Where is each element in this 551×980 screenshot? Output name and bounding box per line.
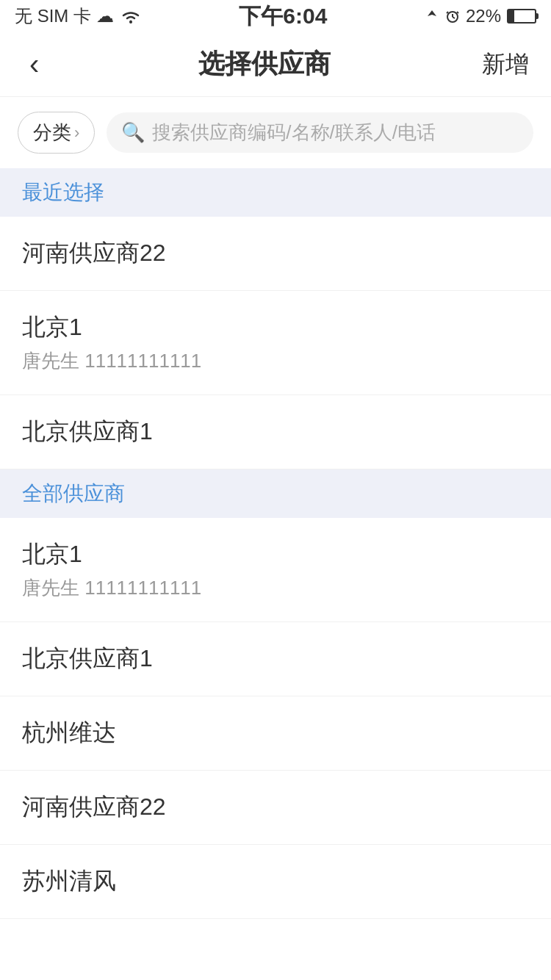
location-icon — [425, 9, 439, 24]
item-name: 北京1 — [22, 538, 529, 571]
item-name: 河南供应商22 — [22, 237, 529, 270]
search-input-wrapper[interactable]: 🔍 搜索供应商编码/名称/联系人/电话 — [107, 112, 533, 153]
page-title: 选择供应商 — [198, 46, 331, 82]
filter-bar: 分类 › 🔍 搜索供应商编码/名称/联系人/电话 — [0, 97, 551, 168]
add-button[interactable]: 新增 — [482, 48, 529, 81]
list-item[interactable]: 北京1唐先生 11111111111 — [0, 291, 551, 395]
status-left: 无 SIM 卡 ☁ — [15, 4, 142, 28]
chevron-icon: › — [74, 123, 79, 143]
no-sim-text: 无 SIM 卡 ☁ — [15, 4, 114, 28]
category-label: 分类 — [33, 120, 71, 145]
item-detail: 唐先生 11111111111 — [22, 575, 529, 601]
section-header-recent: 最近选择 — [0, 168, 551, 217]
search-placeholder: 搜索供应商编码/名称/联系人/电话 — [152, 120, 436, 145]
item-name: 北京供应商1 — [22, 416, 529, 448]
alarm-icon — [445, 9, 460, 24]
list-item[interactable]: 杭州维达 — [0, 696, 551, 771]
status-right: 22% — [425, 6, 536, 26]
status-bar: 无 SIM 卡 ☁ 下午6:04 22% — [0, 0, 551, 32]
section-header-all: 全部供应商 — [0, 469, 551, 518]
battery-percent: 22% — [466, 6, 501, 26]
item-name: 苏州清风 — [22, 865, 529, 898]
svg-point-0 — [129, 21, 132, 24]
back-button[interactable]: ‹ — [22, 40, 46, 88]
status-time: 下午6:04 — [239, 1, 327, 32]
svg-line-3 — [453, 17, 455, 18]
category-button[interactable]: 分类 › — [18, 112, 95, 154]
item-name: 北京供应商1 — [22, 643, 529, 675]
search-icon: 🔍 — [121, 121, 145, 144]
list-item[interactable]: 北京供应商1 — [0, 395, 551, 469]
list-item[interactable]: 河南供应商22 — [0, 217, 551, 291]
item-detail: 唐先生 11111111111 — [22, 348, 529, 374]
item-name: 杭州维达 — [22, 717, 529, 749]
list-item[interactable]: 苏州清风 — [0, 845, 551, 919]
list-item[interactable]: 河南供应商22 — [0, 771, 551, 845]
nav-bar: ‹ 选择供应商 新增 — [0, 32, 551, 97]
item-name: 北京1 — [22, 311, 529, 344]
list-item[interactable]: 北京供应商1 — [0, 622, 551, 696]
battery-icon — [507, 9, 536, 24]
wifi-icon — [120, 8, 142, 24]
list-item[interactable]: 北京1唐先生 11111111111 — [0, 518, 551, 622]
sections-container: 最近选择河南供应商22北京1唐先生 11111111111北京供应商1全部供应商… — [0, 168, 551, 919]
item-name: 河南供应商22 — [22, 791, 529, 824]
